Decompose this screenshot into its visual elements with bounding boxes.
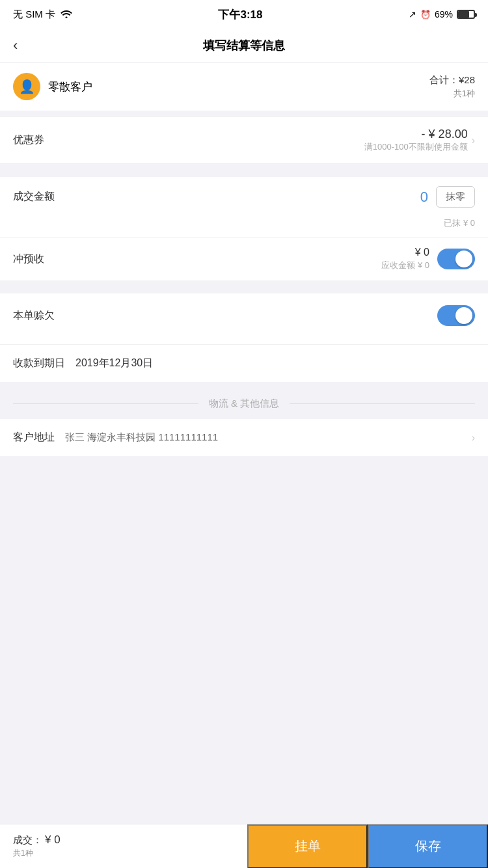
location-icon: ↗: [409, 9, 416, 20]
wifi-icon: [61, 9, 72, 20]
avatar: 👤: [13, 73, 40, 100]
status-right: ↗ ⏰ 69%: [409, 9, 475, 20]
avatar-icon: 👤: [19, 79, 35, 94]
prepayment-row: 冲预收 ¥ 0 应收金额 ¥ 0: [0, 237, 488, 280]
alarm-icon: ⏰: [420, 10, 431, 20]
customer-left: 👤 零散客户: [13, 73, 92, 100]
battery-icon: [457, 10, 475, 19]
logistics-section: 物流 & 其他信息: [0, 388, 488, 419]
item-count: 共1种: [429, 88, 475, 100]
status-left: 无 SIM 卡: [13, 8, 72, 21]
nav-bar: ‹ 填写结算等信息: [0, 29, 488, 62]
prepayment-right: ¥ 0 应收金额 ¥ 0: [381, 247, 475, 271]
deal-label: 成交：: [13, 834, 42, 847]
address-value: 张三 海淀永丰科技园 11111111111: [65, 431, 218, 444]
back-button[interactable]: ‹: [13, 37, 18, 54]
bottom-bar: 成交： ¥ 0 共1种 挂单 保存: [0, 824, 488, 868]
customer-row: 👤 零散客户 合计：¥28 共1种: [0, 62, 488, 111]
prepayment-toggle[interactable]: [437, 249, 475, 269]
due-date-row: 收款到期日 2019年12月30日: [0, 344, 488, 382]
transaction-section: 成交金额 0 抹零 已抹 ¥ 0 冲预收 ¥ 0 应收金额 ¥ 0: [0, 177, 488, 280]
bottom-deal-row: 成交： ¥ 0: [13, 834, 234, 847]
separator-3: [0, 382, 488, 388]
battery-percent: 69%: [435, 9, 453, 20]
round-button[interactable]: 抹零: [436, 186, 475, 208]
status-time: 下午3:18: [218, 7, 262, 22]
logistics-label: 物流 & 其他信息: [209, 398, 279, 410]
prepay-amount: ¥ 0: [381, 247, 429, 258]
customer-name: 零散客户: [48, 79, 92, 94]
debt-toggle-knob: [455, 307, 472, 324]
prepay-amounts: ¥ 0 应收金额 ¥ 0: [381, 247, 429, 271]
due-date-value[interactable]: 2019年12月30日: [75, 357, 153, 370]
debt-section: 本单赊欠 收款到期日 2019年12月30日: [0, 293, 488, 382]
address-section[interactable]: 客户地址 张三 海淀永丰科技园 11111111111 ›: [0, 419, 488, 456]
coupon-section[interactable]: 优惠券 - ¥ 28.00 满1000-100不限制使用金额 ›: [0, 117, 488, 164]
coupon-amount: - ¥ 28.00: [364, 128, 468, 141]
round-sub-text: 已抹 ¥ 0: [444, 218, 475, 228]
address-left: 客户地址 张三 海淀永丰科技园 11111111111: [13, 431, 218, 444]
amount-area: 0 抹零: [420, 186, 475, 208]
deal-amount: ¥ 0: [45, 834, 61, 847]
save-button[interactable]: 保存: [368, 824, 488, 869]
prepayment-label: 冲预收: [13, 252, 44, 266]
transaction-row: 成交金额 0 抹零: [0, 177, 488, 217]
bottom-info: 成交： ¥ 0 共1种: [0, 834, 247, 859]
separator-1: [0, 170, 488, 177]
empty-space: [0, 463, 488, 625]
coupon-right: - ¥ 28.00 满1000-100不限制使用金额 ›: [364, 128, 475, 153]
due-date-label: 收款到期日: [13, 357, 65, 370]
total-amount: 合计：¥28: [429, 74, 475, 87]
address-label: 客户地址: [13, 431, 55, 444]
bottom-count: 共1种: [13, 848, 234, 859]
carrier-label: 无 SIM 卡: [13, 8, 55, 21]
address-chevron-icon: ›: [472, 432, 475, 444]
prepay-sub-text: 应收金额 ¥ 0: [381, 260, 429, 271]
separator-2: [0, 287, 488, 293]
toggle-knob: [455, 251, 472, 267]
status-bar: 无 SIM 卡 下午3:18 ↗ ⏰ 69%: [0, 0, 488, 29]
transaction-label: 成交金额: [13, 190, 55, 204]
chevron-right-icon: ›: [472, 135, 475, 146]
debt-label: 本单赊欠: [13, 309, 55, 323]
coupon-label: 优惠券: [13, 133, 44, 147]
debt-row: 本单赊欠: [0, 293, 488, 338]
page-title: 填写结算等信息: [203, 38, 285, 53]
hold-button[interactable]: 挂单: [247, 824, 368, 869]
coupon-desc: 满1000-100不限制使用金额: [364, 141, 468, 153]
customer-right: 合计：¥28 共1种: [429, 74, 475, 100]
debt-toggle[interactable]: [437, 305, 475, 326]
coupon-row[interactable]: 优惠券 - ¥ 28.00 满1000-100不限制使用金额 ›: [0, 117, 488, 164]
transaction-value[interactable]: 0: [420, 189, 428, 206]
